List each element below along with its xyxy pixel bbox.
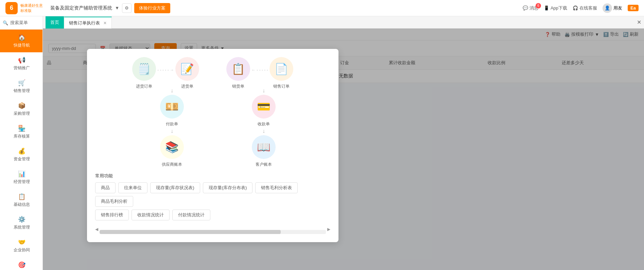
func-btn-payment-stats[interactable]: 付款情况统计 xyxy=(172,210,210,220)
sidebar-item-label-finance: 资金管理 xyxy=(14,156,30,162)
arrow-po-pb: - - - - - → xyxy=(157,68,174,79)
sidebar-item-enterprise[interactable]: 🤝 企业协同 xyxy=(0,234,42,257)
payment-label: 付款单 xyxy=(166,121,178,127)
flow-diagram: 🗒️ 进货订单 - - - - - → 📝 进货单 xyxy=(95,57,330,89)
sidebar-item-finance[interactable]: 💰 资金管理 xyxy=(0,143,42,166)
sidebar-search[interactable]: 🔍 搜索菜单 xyxy=(0,16,42,30)
page-content: ❓ 帮助 🖨️ 按模板打印 ▼ ⬆️ 导出 🔄 刷新 xyxy=(43,29,644,270)
flow-node-receipt: 💳 收款单 xyxy=(252,95,276,127)
user-label: 用友 xyxy=(613,5,622,11)
func-btn-stock-status[interactable]: 现存量(库存状况表) xyxy=(150,182,200,193)
sidebar-item-system[interactable]: ⚙️ 系统管理 xyxy=(0,212,42,234)
basics-icon: 📋 xyxy=(18,193,25,200)
flow-modal: 🗒️ 进货订单 - - - - - → 📝 进货单 xyxy=(87,49,338,242)
purchase-order-icon: 🗒️ xyxy=(132,57,156,81)
customer-ledger-label: 客户账本 xyxy=(256,162,272,167)
func-buttons-row1: 商品 往来单位 现存量(库存状况表) 现存量(库存分布表) 销售毛利分析表 商品… xyxy=(95,182,330,207)
flow-node-purchase-bill: 📝 进货单 xyxy=(175,57,199,89)
func-btn-sales-gross[interactable]: 销售毛利分析表 xyxy=(255,182,298,193)
settings-btn[interactable]: ⚙ xyxy=(122,3,132,13)
tab-home[interactable]: 首页 xyxy=(46,16,64,29)
func-btn-receipt-stats[interactable]: 收款情况统计 xyxy=(132,210,170,220)
tab-bar-close-btn[interactable]: ✕ xyxy=(637,19,641,25)
sales-icon: 🛒 xyxy=(18,79,25,87)
newbie-icon: 🎯 xyxy=(18,261,25,269)
customer-ledger-icon: 📖 xyxy=(252,135,276,159)
sidebar-item-basics[interactable]: 📋 基础信息 xyxy=(0,189,42,212)
modal-scrollbar[interactable] xyxy=(100,230,326,234)
scrollbar-thumb xyxy=(100,230,281,234)
scroll-left-btn[interactable]: ◀ xyxy=(95,227,98,232)
func-btn-product-gross[interactable]: 商品毛利分析 xyxy=(95,196,133,207)
func-btn-stock-dist[interactable]: 现存量(库存分布表) xyxy=(203,182,253,193)
top-header: 6 畅康通好生意 标准版 装备及固定资产辅助管理系统 ▼ ⚙ 体验行业方案 💬 … xyxy=(0,0,644,16)
inventory-icon: 🏪 xyxy=(18,125,25,132)
sidebar-item-label-enterprise: 企业协同 xyxy=(14,247,30,253)
tab-home-label: 首页 xyxy=(50,19,59,25)
flow-node-sales-order: 📄 销售订单 xyxy=(269,57,293,89)
logo-icon: 6 xyxy=(5,2,18,14)
home-icon: 🏠 xyxy=(18,34,25,41)
system-title-area: 装备及固定资产辅助管理系统 ▼ ⚙ 体验行业方案 xyxy=(50,3,519,13)
tab-sales-order-exec[interactable]: 销售订单执行表 ✕ xyxy=(64,17,112,29)
operations-icon: 📊 xyxy=(18,170,25,178)
tab-bar: 首页 销售订单执行表 ✕ ✕ xyxy=(43,16,644,29)
supplier-ledger-icon: 📚 xyxy=(160,135,184,159)
sidebar-item-label-system: 系统管理 xyxy=(14,224,30,230)
scroll-right-btn[interactable]: ▶ xyxy=(327,227,330,232)
sidebar-item-purchase[interactable]: 📦 采购管理 xyxy=(0,98,42,121)
message-badge: 6 xyxy=(536,3,541,8)
sidebar-item-quick-nav[interactable]: 🏠 快捷导航 xyxy=(0,30,42,52)
user-area[interactable]: 👤 用友 xyxy=(603,3,622,13)
flow-node-payment: 💴 付款单 xyxy=(160,95,184,127)
func-btn-sales-ranking[interactable]: 销售排行榜 xyxy=(95,210,129,220)
logo-text: 畅康通好生意 标准版 xyxy=(20,3,43,13)
sidebar-item-newbie[interactable]: 🎯 新手引导 xyxy=(0,257,42,270)
func-btn-product[interactable]: 商品 xyxy=(95,182,116,193)
app-download-label: App下载 xyxy=(551,5,567,11)
func-btn-counterpart[interactable]: 往来单位 xyxy=(118,182,147,193)
arrow-down-customer: ↓ xyxy=(262,127,265,135)
sidebar-item-label-basics: 基础信息 xyxy=(14,202,30,208)
sidebar-item-sales[interactable]: 🛒 销售管理 xyxy=(0,75,42,98)
sidebar-item-label-inventory: 库存核算 xyxy=(14,133,30,139)
middle-spacer xyxy=(184,87,252,167)
flow-node-sales-bill: 📋 销货单 xyxy=(226,57,250,89)
system-dropdown-btn[interactable]: ▼ xyxy=(115,5,119,11)
message-item[interactable]: 💬 消息 6 xyxy=(523,5,538,11)
purchase-order-label: 进货订单 xyxy=(136,84,152,89)
sidebar: 🔍 搜索菜单 🏠 快捷导航 📢 营销推广 🛒 销售管理 📦 采购管理 🏪 xyxy=(0,16,43,270)
sidebar-item-marketing[interactable]: 📢 营销推广 xyxy=(0,52,42,75)
func-buttons-row2: 销售排行榜 收款情况统计 付款情况统计 xyxy=(95,210,330,220)
arrow-down-payment: ↓ xyxy=(171,87,173,95)
service-icon: 🎧 xyxy=(573,5,578,11)
system-title-text: 装备及固定资产辅助管理系统 xyxy=(50,5,112,11)
flow-node-purchase-order: 🗒️ 进货订单 xyxy=(132,57,156,89)
app-download-item[interactable]: 📱 App下载 xyxy=(544,5,567,11)
content-area: 首页 销售订单执行表 ✕ ✕ ❓ 帮助 🖨️ xyxy=(43,16,644,270)
trial-btn[interactable]: 体验行业方案 xyxy=(134,3,170,13)
avatar: 👤 xyxy=(603,3,612,13)
search-icon: 🔍 xyxy=(3,20,8,25)
purchase-bill-icon: 📝 xyxy=(175,57,199,81)
sales-order-icon: 📄 xyxy=(269,57,293,81)
tab-sales-order-exec-label: 销售订单执行表 xyxy=(69,20,100,26)
common-func-title: 常用功能 xyxy=(95,173,330,179)
common-func-section: 常用功能 商品 往来单位 现存量(库存状况表) 现存量(库存分布表) 销售毛利分… xyxy=(95,173,330,220)
online-service-item[interactable]: 🎧 在线客服 xyxy=(573,5,597,11)
purchase-icon: 📦 xyxy=(18,102,25,109)
sidebar-item-label-purchase: 采购管理 xyxy=(14,111,30,116)
app-container: 6 畅康通好生意 标准版 装备及固定资产辅助管理系统 ▼ ⚙ 体验行业方案 💬 … xyxy=(0,0,644,270)
sidebar-item-inventory[interactable]: 🏪 库存核算 xyxy=(0,121,42,143)
flow-left-group: 🗒️ 进货订单 - - - - - → 📝 进货单 xyxy=(132,57,199,89)
tab-close-btn[interactable]: ✕ xyxy=(103,21,107,25)
sidebar-item-operations[interactable]: 📊 经营管理 xyxy=(0,166,42,189)
finance-icon: 💰 xyxy=(18,147,25,155)
marketing-icon: 📢 xyxy=(18,56,25,64)
flow-node-customer-ledger: 📖 客户账本 xyxy=(252,135,276,167)
flow-right-group: 📋 销货单 ← - - - - - 📄 销售订单 xyxy=(226,57,293,89)
sidebar-item-label-quick-nav: 快捷导航 xyxy=(14,42,30,48)
search-label: 搜索菜单 xyxy=(10,20,28,26)
sales-bill-icon: 📋 xyxy=(226,57,250,81)
supplier-ledger-label: 供应商账本 xyxy=(162,162,182,167)
